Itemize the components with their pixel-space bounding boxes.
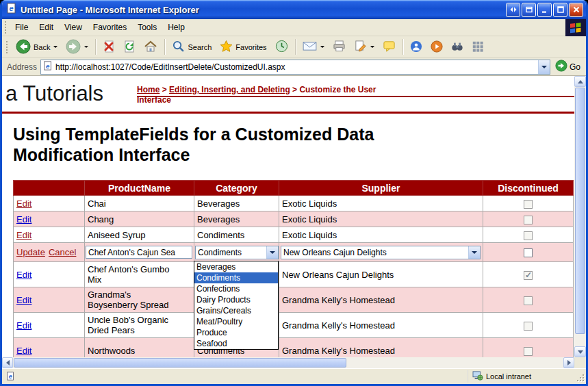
category-cell: Condiments xyxy=(194,227,279,243)
tile-windows-button[interactable] xyxy=(506,3,520,17)
discontinued-checkbox xyxy=(524,296,533,305)
horizontal-scroll-thumb[interactable] xyxy=(14,358,346,368)
home-button[interactable] xyxy=(140,38,161,56)
select-dropdown-button[interactable] xyxy=(468,246,480,259)
vertical-scroll-track[interactable] xyxy=(574,87,586,346)
minimize-button[interactable] xyxy=(537,3,552,17)
messenger-button[interactable] xyxy=(407,39,426,55)
media-button[interactable] xyxy=(427,39,446,55)
status-bar: e Local intranet xyxy=(2,368,586,384)
resize-grip[interactable] xyxy=(575,371,585,382)
cascade-windows-button[interactable] xyxy=(522,3,536,17)
category-cell: Beverages xyxy=(194,211,279,227)
vertical-scroll-thumb[interactable] xyxy=(575,88,585,334)
discontinued-checkbox xyxy=(524,347,533,356)
product-cell: Chang xyxy=(85,211,194,227)
dropdown-option[interactable]: Grains/Cereals xyxy=(194,305,278,316)
dropdown-option[interactable]: Seafood xyxy=(194,338,278,349)
toolbar-grip-2[interactable] xyxy=(6,41,8,53)
stop-button[interactable] xyxy=(99,39,118,55)
menu-file[interactable]: File xyxy=(10,20,34,35)
product-cell: Chef Anton's Gumbo Mix xyxy=(85,262,194,287)
history-button[interactable] xyxy=(272,38,292,55)
supplier-select[interactable]: New Orleans Cajun Delights xyxy=(281,246,481,259)
product-cell: Grandma's Boysenberry Spread xyxy=(85,287,194,313)
update-link[interactable]: Update xyxy=(16,247,45,257)
edit-link[interactable]: Edit xyxy=(16,198,31,209)
supplier-cell: Grandma Kelly's Homestead xyxy=(279,313,483,338)
toolbar-separator xyxy=(164,39,165,55)
select-dropdown-button[interactable] xyxy=(266,246,278,259)
discontinued-checkbox xyxy=(524,322,533,331)
col-header-discontinued: Discontinued xyxy=(483,181,574,196)
edit-pencil-icon xyxy=(354,40,367,54)
scroll-right-button[interactable] xyxy=(563,357,574,368)
breadcrumb-home-link[interactable]: Home xyxy=(137,85,159,94)
menu-edit[interactable]: Edit xyxy=(34,20,59,35)
address-input[interactable]: e http://localhost:1027/Code/EditInsertD… xyxy=(40,60,550,75)
edit-link[interactable]: Edit xyxy=(16,346,31,356)
menu-view[interactable]: View xyxy=(59,20,88,35)
toolbar-separator xyxy=(295,39,296,55)
edit-link[interactable]: Edit xyxy=(16,230,31,240)
scroll-left-button[interactable] xyxy=(2,357,13,368)
windows-logo xyxy=(565,19,586,36)
edit-menu-caret xyxy=(370,46,374,48)
go-icon xyxy=(555,60,567,74)
toolbar-grip[interactable] xyxy=(5,21,7,34)
menu-favorites[interactable]: Favorites xyxy=(88,20,132,35)
menu-help[interactable]: Help xyxy=(162,20,190,35)
product-cell: Aniseed Syrup xyxy=(85,227,194,243)
svg-text:e: e xyxy=(10,4,14,12)
edit-page-button[interactable] xyxy=(350,38,378,55)
edit-link[interactable]: Edit xyxy=(16,214,31,224)
edit-link[interactable]: Edit xyxy=(16,270,31,280)
dropdown-option[interactable]: Produce xyxy=(194,327,278,338)
browser-viewport: a Tutorials Home > Editing, Inserting, a… xyxy=(2,76,586,368)
dropdown-option-selected[interactable]: Condiments xyxy=(194,272,278,283)
favorites-button[interactable]: Favorites xyxy=(216,38,270,55)
scroll-down-button[interactable] xyxy=(574,346,586,357)
refresh-button[interactable] xyxy=(120,39,139,55)
edit-link[interactable]: Edit xyxy=(16,295,31,305)
maximize-button[interactable] xyxy=(553,3,567,17)
go-button[interactable]: Go xyxy=(554,60,583,74)
edit-link[interactable]: Edit xyxy=(16,320,31,331)
mail-button[interactable] xyxy=(299,40,328,54)
address-dropdown-button[interactable] xyxy=(538,60,550,74)
binoculars-icon xyxy=(451,40,463,54)
discontinued-checkbox[interactable] xyxy=(524,248,533,257)
editing-row: UpdateCancel Condiments xyxy=(14,243,574,262)
breadcrumb-section-link[interactable]: Editing, Inserting, and Deleting xyxy=(169,85,290,94)
media-icon xyxy=(431,40,443,54)
back-icon xyxy=(16,39,31,55)
address-url[interactable]: http://localhost:1027/Code/EditInsertDel… xyxy=(55,62,535,72)
dropdown-option[interactable]: Meat/Poultry xyxy=(194,316,278,327)
quick-launch-button[interactable] xyxy=(468,39,487,55)
print-icon xyxy=(333,40,346,53)
scroll-up-button[interactable] xyxy=(574,76,586,87)
supplier-cell: Exotic Liquids xyxy=(279,227,483,243)
search-icon xyxy=(172,40,185,54)
menu-tools[interactable]: Tools xyxy=(132,20,162,35)
horizontal-scroll-track[interactable] xyxy=(13,357,563,368)
dropdown-option[interactable]: Dairy Products xyxy=(194,294,278,305)
forward-button[interactable] xyxy=(62,38,92,57)
supplier-cell: Exotic Liquids xyxy=(279,211,483,227)
supplier-cell: Grandma Kelly's Homestead xyxy=(279,338,483,358)
cancel-link[interactable]: Cancel xyxy=(49,247,76,257)
product-cell: Uncle Bob's Organic Dried Pears xyxy=(85,313,194,338)
vertical-scrollbar xyxy=(574,76,586,368)
discuss-button[interactable] xyxy=(379,38,399,55)
close-button[interactable] xyxy=(569,3,583,17)
favorites-star-icon xyxy=(220,40,233,54)
category-select[interactable]: Condiments xyxy=(195,246,279,259)
dropdown-option[interactable]: Beverages xyxy=(194,261,278,272)
dropdown-option[interactable]: Confections xyxy=(194,283,278,294)
research-button[interactable] xyxy=(448,39,467,55)
print-button[interactable] xyxy=(329,39,349,55)
product-name-input[interactable] xyxy=(86,246,192,259)
back-button[interactable]: Back xyxy=(12,38,61,57)
search-button[interactable]: Search xyxy=(168,38,215,55)
supplier-cell: New Orleans Cajun Delights xyxy=(279,262,483,287)
